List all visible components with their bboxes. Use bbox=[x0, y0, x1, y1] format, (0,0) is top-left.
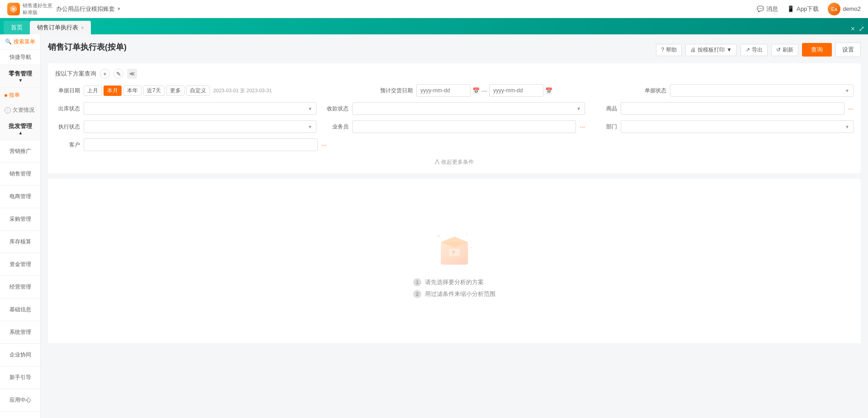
date-range-expected: 📅 — 📅 bbox=[416, 84, 552, 97]
sidebar-item-retail[interactable]: 零售管理 ▼ bbox=[0, 65, 40, 88]
sidebar-item-marketing[interactable]: 营销推广 bbox=[0, 140, 40, 163]
empty-state-icon: ✦ ✦ ✦ ? bbox=[432, 224, 477, 269]
salesperson-input[interactable] bbox=[352, 120, 576, 133]
delivery-status-select[interactable]: ▼ bbox=[84, 102, 316, 115]
tab-home[interactable]: 首页 bbox=[4, 21, 30, 34]
dot-icon bbox=[5, 94, 7, 97]
date-btn-this-year[interactable]: 本年 bbox=[123, 86, 142, 96]
svg-text:✦: ✦ bbox=[437, 234, 440, 238]
expand-icon[interactable]: ⤢ bbox=[859, 24, 864, 33]
main-layout: 🔍 搜索菜单 快捷导航 零售管理 ▼ 按单 ○ 欠资情况 批发管理 ▲ 营销推广 bbox=[0, 34, 868, 418]
sidebar-item-inventory[interactable]: 库存核算 bbox=[0, 231, 40, 253]
edit-scheme-button[interactable]: ✎ bbox=[113, 69, 123, 79]
salesperson-label: 业务员 bbox=[324, 123, 349, 131]
message-action[interactable]: 💬 消息 bbox=[757, 5, 778, 13]
date-btn-more[interactable]: 更多 bbox=[166, 86, 184, 96]
expected-date-start[interactable] bbox=[416, 84, 471, 97]
sidebar-item-basics[interactable]: 基础信息 bbox=[0, 299, 40, 321]
top-header: 销售通好生意 标准版 办公用品行业模拟账套 ▼ 💬 消息 📱 App下载 Ea … bbox=[0, 0, 868, 18]
add-scheme-button[interactable]: + bbox=[100, 69, 110, 79]
exec-status-select[interactable]: ▼ bbox=[84, 120, 316, 133]
dept-select[interactable]: ▼ bbox=[621, 120, 854, 133]
customer-input[interactable] bbox=[84, 138, 318, 151]
delivery-status-label: 出库状态 bbox=[55, 105, 80, 113]
logo-icon bbox=[7, 3, 20, 15]
refresh-button[interactable]: ↺ 刷新 bbox=[771, 44, 798, 56]
filter-doc-status-group: 单据状态 ▼ bbox=[642, 84, 854, 97]
goods-input[interactable] bbox=[621, 102, 844, 115]
empty-step-2: 2 用过滤条件来缩小分析范围 bbox=[413, 290, 495, 298]
sidebar-item-purchase[interactable]: 采购管理 bbox=[0, 208, 40, 231]
print-button[interactable]: 🖨 按模板打印 ▼ bbox=[685, 44, 737, 56]
goods-more-icon[interactable]: ··· bbox=[848, 105, 854, 112]
date-btn-last-month[interactable]: 上月 bbox=[84, 86, 102, 96]
filter-scheme-row: 按以下方案查询 + ✎ ≪ bbox=[55, 69, 137, 79]
date-separator: — bbox=[481, 87, 487, 94]
export-button[interactable]: ↗ 导出 bbox=[741, 44, 768, 56]
empty-state: ✦ ✦ ✦ ? 1 请先选择要分析的方案 2 用过滤条件来缩小分析范围 bbox=[57, 188, 852, 334]
date-range-text: 2023-03-01 至 2023-03-31 bbox=[213, 87, 272, 94]
collapse-up-icon: ⋀ bbox=[435, 158, 439, 166]
settings-button[interactable]: 设置 bbox=[835, 43, 861, 57]
doc-status-dropdown[interactable]: ▼ bbox=[670, 84, 854, 97]
arrow-up-icon: ▲ bbox=[19, 130, 23, 135]
tab-bar-window-actions: × ⤢ bbox=[851, 24, 864, 34]
print-icon: 🖨 bbox=[690, 47, 696, 53]
sidebar-sub-item-by-order[interactable]: 按单 bbox=[0, 88, 40, 103]
tab-close-icon[interactable]: × bbox=[81, 25, 84, 30]
exec-status-label: 执行状态 bbox=[55, 123, 80, 131]
date-btn-custom[interactable]: 自定义 bbox=[186, 86, 210, 96]
sidebar-item-wholesale[interactable]: 批发管理 ▲ bbox=[0, 118, 40, 140]
tab-sales-order[interactable]: 销售订单执行表 × bbox=[30, 21, 91, 34]
payment-caret-icon: ▼ bbox=[576, 106, 581, 111]
svg-text:✦: ✦ bbox=[466, 233, 468, 236]
sidebar-item-operations[interactable]: 经营管理 bbox=[0, 276, 40, 299]
sidebar-item-finance[interactable]: 资金管理 bbox=[0, 253, 40, 276]
sidebar-sub-item-debt[interactable]: ○ 欠资情况 bbox=[0, 103, 40, 118]
payment-status-label: 收款状态 bbox=[324, 105, 349, 113]
industry-selector[interactable]: 办公用品行业模拟账套 ▼ bbox=[56, 5, 121, 13]
filter-row-3: 执行状态 ▼ 业务员 ··· 部门 ▼ bbox=[55, 120, 854, 133]
user-profile[interactable]: Ea demo2 bbox=[828, 3, 861, 15]
sidebar-search[interactable]: 🔍 搜索菜单 bbox=[0, 34, 40, 50]
chevron-down-icon: ▼ bbox=[117, 6, 121, 11]
query-button[interactable]: 查询 bbox=[802, 43, 832, 57]
help-button[interactable]: ? 帮助 bbox=[656, 44, 682, 56]
date-btn-7days[interactable]: 近7天 bbox=[143, 86, 165, 96]
sidebar-item-quick-nav[interactable]: 快捷导航 bbox=[0, 50, 40, 65]
header-left: 销售通好生意 标准版 办公用品行业模拟账套 ▼ bbox=[7, 2, 121, 15]
date-label: 单据日期 bbox=[55, 87, 80, 95]
filter-row-2: 出库状态 ▼ 收款状态 ▼ 商品 ··· bbox=[55, 102, 854, 115]
sidebar-item-ecommerce[interactable]: 电商管理 bbox=[0, 185, 40, 208]
close-window-icon[interactable]: × bbox=[851, 25, 855, 33]
sidebar-item-sales[interactable]: 销售管理 bbox=[0, 163, 40, 185]
expected-date-end[interactable] bbox=[489, 84, 543, 97]
salesperson-more-icon[interactable]: ··· bbox=[580, 123, 585, 130]
logo-text: 销售通好生意 标准版 bbox=[23, 2, 52, 15]
sidebar-item-system[interactable]: 系统管理 bbox=[0, 321, 40, 344]
calendar-end-icon: 📅 bbox=[545, 87, 552, 94]
collapse-scheme-button[interactable]: ≪ bbox=[127, 69, 137, 79]
logo-area: 销售通好生意 标准版 bbox=[7, 2, 52, 15]
refresh-icon: ↺ bbox=[776, 47, 781, 53]
sidebar-sub-retail: 按单 ○ 欠资情况 bbox=[0, 88, 40, 118]
expected-date-label: 预计交货日期 bbox=[380, 87, 413, 95]
filter-exec-status-group: 执行状态 ▼ bbox=[55, 120, 316, 133]
sidebar-item-appstore[interactable]: 应用中心 bbox=[0, 389, 40, 412]
payment-status-select[interactable]: ▼ bbox=[352, 102, 585, 115]
page-toolbar: ? 帮助 🖨 按模板打印 ▼ ↗ 导出 ↺ 刷新 查询 设置 bbox=[656, 43, 861, 57]
filter-expected-date-group: 预计交货日期 📅 — 📅 bbox=[380, 84, 634, 97]
sidebar-item-wechat[interactable]: 企业微信 bbox=[0, 412, 40, 418]
tab-bar: 首页 销售订单执行表 × × ⤢ bbox=[0, 18, 868, 34]
svg-text:?: ? bbox=[452, 250, 455, 256]
sidebar-item-enterprise[interactable]: 企业协同 bbox=[0, 344, 40, 366]
filter-payment-status-group: 收款状态 ▼ bbox=[324, 102, 585, 115]
date-btn-this-month[interactable]: 本月 bbox=[104, 86, 122, 96]
customer-more-icon[interactable]: ··· bbox=[321, 141, 327, 148]
svg-text:✦: ✦ bbox=[470, 246, 473, 249]
step-num-2: 2 bbox=[413, 290, 421, 298]
app-download-action[interactable]: 📱 App下载 bbox=[787, 5, 819, 13]
filter-delivery-status-group: 出库状态 ▼ bbox=[55, 102, 316, 115]
sidebar-item-newbie[interactable]: 新手引导 bbox=[0, 366, 40, 389]
collapse-row[interactable]: ⋀ 收起更多条件 bbox=[55, 157, 854, 168]
